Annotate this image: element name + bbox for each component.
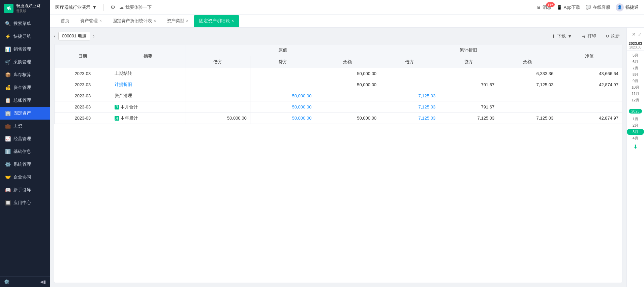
user-name: 畅捷通 — [625, 4, 639, 10]
messages-count: 99+ — [546, 2, 555, 7]
sidebar-item-operations-label: 经营管理 — [13, 136, 31, 142]
online-service-button[interactable]: 💬 在线客服 — [586, 4, 610, 10]
sidebar-item-payroll[interactable]: 💼 工资 — [0, 120, 50, 132]
sidebar-item-app-center[interactable]: 🔲 应用中心 — [0, 196, 50, 209]
table-cell: 2023-03 — [55, 101, 111, 113]
table-cell: 7,125.03 — [498, 113, 557, 124]
table-cell — [185, 101, 250, 113]
asset-nav: ‹ 000001 电脑 › ⬇ 下载 ▼ 🖨 打印 ↻ — [54, 32, 622, 40]
table-cell — [250, 79, 315, 90]
rp-month-8[interactable]: 8月 — [627, 71, 644, 78]
summary-text: 本月合计 — [120, 104, 138, 110]
rp-month-6[interactable]: 6月 — [627, 59, 644, 65]
sidebar-item-sales[interactable]: 📊 销售管理 — [0, 43, 50, 56]
tab-asset-mgmt[interactable]: 资产管理 × — [75, 15, 107, 27]
sidebar-item-basic-info[interactable]: ℹ️ 基础信息 — [0, 145, 50, 158]
table-row: 2023-03上期结转50,000.006,333.3643,666.64 — [55, 68, 622, 79]
rp-month-5[interactable]: 5月 — [627, 52, 644, 59]
tab-depreciation-label: 固定资产折旧统计表 — [113, 18, 152, 24]
tab-home-label: 首页 — [61, 18, 69, 24]
app-logo: 畅 — [4, 4, 13, 13]
tab-depreciation-close[interactable]: × — [154, 19, 156, 23]
app-download-button[interactable]: 📱 App下载 — [557, 4, 580, 10]
tab-asset-mgmt-close[interactable]: × — [99, 19, 102, 23]
table-cell: 791.67 — [439, 79, 498, 90]
panel-expand-button[interactable]: ⤢ — [638, 32, 642, 37]
tab-asset-type[interactable]: 资产类型 × — [161, 15, 194, 27]
download-button[interactable]: ⬇ 下载 ▼ — [549, 32, 575, 40]
rp-month-7[interactable]: 7月 — [627, 65, 644, 71]
tab-fixed-asset-detail[interactable]: 固定资产明细账 × — [194, 15, 239, 27]
table-cell — [250, 68, 315, 79]
rp-divider — [627, 105, 644, 105]
collapse-icon[interactable]: ◀▮ — [40, 279, 46, 284]
table-cell — [557, 90, 622, 101]
table-cell — [315, 90, 380, 101]
rp-month-9[interactable]: 9月 — [627, 78, 644, 84]
sidebar-item-guide[interactable]: 📖 新手引导 — [0, 184, 50, 196]
rp-month-4[interactable]: 4月 — [627, 135, 644, 141]
asset-next-button[interactable]: › — [93, 33, 95, 39]
rp-year-row: 2023 — [627, 108, 644, 115]
tab-asset-type-close[interactable]: × — [186, 19, 188, 23]
sidebar-item-quick-nav[interactable]: ⚡ 快捷导航 — [0, 30, 50, 43]
rp-month-11[interactable]: 11月 — [627, 91, 644, 97]
table-cell: 2023-03 — [55, 90, 111, 101]
messages-button[interactable]: 🖥 消息 99+ — [536, 4, 551, 10]
table-cell: 6,333.36 — [498, 68, 557, 79]
rp-month-10[interactable]: 10月 — [627, 84, 644, 91]
tab-fixed-asset-detail-close[interactable]: × — [232, 19, 234, 23]
rp-month-3[interactable]: 3月 — [627, 129, 644, 135]
settings-button[interactable]: ⚙ — [111, 4, 115, 10]
topbar-divider — [103, 4, 104, 11]
experience-button[interactable]: ☁ 我要体验一下 — [119, 4, 152, 10]
table-cell — [439, 68, 498, 79]
company-selector[interactable]: 医疗器械行业演示 ▼ — [55, 4, 97, 10]
table-cell — [185, 68, 250, 79]
table-cell-summary: 月 本月合计 — [111, 101, 185, 113]
download-label: 下载 — [557, 33, 566, 39]
app-title: 畅捷通好业财 — [16, 3, 40, 9]
rp-month-12[interactable]: 12月 — [627, 97, 644, 103]
rp-month-2[interactable]: 2月 — [627, 122, 644, 129]
payroll-icon: 💼 — [5, 123, 11, 129]
sidebar-item-inventory[interactable]: 📦 库存核算 — [0, 68, 50, 81]
sidebar-item-search[interactable]: 🔍 搜索菜单 — [0, 17, 50, 30]
sidebar-item-finance[interactable]: 💰 资金管理 — [0, 81, 50, 94]
company-name: 医疗器械行业演示 — [55, 4, 90, 10]
sidebar-item-operations[interactable]: 📈 经营管理 — [0, 132, 50, 145]
tab-depreciation[interactable]: 固定资产折旧统计表 × — [107, 15, 161, 27]
month-badge-icon: 月 — [115, 116, 119, 121]
rp-down-arrow[interactable]: ⬇ — [631, 141, 640, 152]
rp-prev-months: 5月 6月 7月 8月 9月 10月 11月 12月 — [627, 52, 644, 103]
rp-month-1[interactable]: 1月 — [627, 116, 644, 122]
tab-fixed-asset-detail-label: 固定资产明细账 — [199, 18, 230, 24]
sidebar-item-payroll-label: 工资 — [13, 123, 22, 129]
sidebar-item-ledger-label: 总账管理 — [13, 97, 31, 103]
sidebar-item-system[interactable]: ⚙️ 系统管理 — [0, 158, 50, 171]
system-icon: ⚙️ — [5, 161, 11, 167]
tabbar: 首页 资产管理 × 固定资产折旧统计表 × 资产类型 × 固定资产明细账 × — [50, 15, 644, 28]
table-cell: 7,125.03 — [380, 101, 439, 113]
table-cell — [380, 79, 439, 90]
sidebar-item-ledger[interactable]: 📋 总账管理 — [0, 94, 50, 107]
panel-close-button[interactable]: ✕ — [632, 32, 636, 37]
table-cell — [498, 101, 557, 113]
print-button[interactable]: 🖨 打印 — [579, 32, 599, 40]
user-menu[interactable]: 👤 畅捷通 — [616, 3, 639, 11]
tab-home[interactable]: 首页 — [55, 15, 75, 27]
data-table-wrapper: 日期 摘要 原值 累计折旧 净值 借方 贷方 余额 借方 贷方 余额 — [54, 44, 622, 283]
sidebar-item-fixed-assets[interactable]: 🏢 固定资产 — [0, 107, 50, 120]
rp-year-badge[interactable]: 2023 — [629, 109, 642, 114]
table-cell-summary: 月 本年累计 — [111, 113, 185, 124]
settings-icon[interactable]: ⚙️ — [4, 279, 9, 284]
ledger-icon: 📋 — [5, 97, 11, 103]
sidebar-nav: 🔍 搜索菜单 ⚡ 快捷导航 📊 销售管理 🛒 采购管理 📦 库存核算 💰 资金管… — [0, 17, 50, 276]
panel-icon-row: ✕ ⤢ — [627, 30, 644, 40]
refresh-label: 刷新 — [611, 33, 620, 39]
refresh-button[interactable]: ↻ 刷新 — [603, 32, 622, 40]
table-cell: 7,125.03 — [380, 113, 439, 124]
sidebar-item-purchase[interactable]: 🛒 采购管理 — [0, 56, 50, 68]
sidebar-item-enterprise[interactable]: 🤝 企业协同 — [0, 171, 50, 184]
asset-prev-button[interactable]: ‹ — [54, 33, 56, 39]
